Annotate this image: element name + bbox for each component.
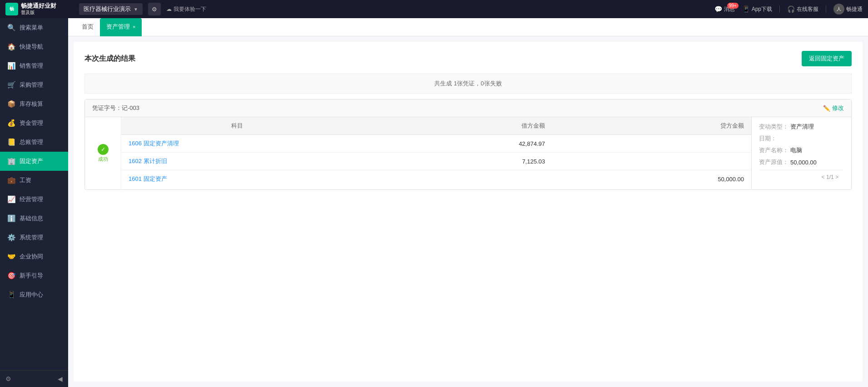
table-row: 1601 固定资产 50,000.00 xyxy=(121,170,751,188)
sidebar-collapse-button[interactable]: ◀ xyxy=(58,375,63,382)
app-download-button[interactable]: 📱 App下载 xyxy=(742,5,772,13)
pagination-next[interactable]: > xyxy=(835,174,838,180)
pagination-prev[interactable]: < xyxy=(822,174,825,180)
payroll-icon: 💼 xyxy=(7,176,16,184)
search-icon: 🔍 xyxy=(7,24,16,32)
row1-subject: 1606 固定资产清理 xyxy=(121,135,353,153)
sidebar-item-basic-info[interactable]: ℹ️ 基础信息 xyxy=(0,209,68,228)
experience-button[interactable]: ☁ 我要体验一下 xyxy=(166,5,206,13)
sidebar-item-app-center[interactable]: 📱 应用中心 xyxy=(0,285,68,304)
sidebar-item-payroll[interactable]: 💼 工资 xyxy=(0,171,68,190)
voucher-edit-button[interactable]: ✏️ 修改 xyxy=(823,104,844,112)
change-type-value: 资产清理 xyxy=(790,123,814,131)
app-download-label: App下载 xyxy=(752,5,772,13)
page-header: 本次生成的结果 返回固定资产 xyxy=(84,51,852,66)
sidebar-item-sales[interactable]: 📊 销售管理 xyxy=(0,56,68,75)
sidebar-item-label: 经营管理 xyxy=(20,195,43,203)
tab-home[interactable]: 首页 xyxy=(75,18,100,36)
summary-text: 共生成 1张凭证，0张失败 xyxy=(434,80,501,87)
sidebar-item-ledger[interactable]: 📒 总账管理 xyxy=(0,133,68,152)
header-middle: 医疗器械行业演示 ▼ ⚙ ☁ 我要体验一下 xyxy=(74,3,714,15)
sidebar-item-purchase[interactable]: 🛒 采购管理 xyxy=(0,75,68,94)
col-subject: 科目 xyxy=(121,117,353,135)
sidebar-item-search[interactable]: 🔍 搜索菜单 xyxy=(0,18,68,37)
settings-button[interactable]: ⚙ xyxy=(148,3,161,15)
sidebar-item-fixed-assets[interactable]: 🏢 固定资产 xyxy=(0,152,68,171)
tab-asset-mgmt-label: 资产管理 xyxy=(106,23,130,31)
voucher-table-wrapper: 科目 借方金额 贷方金额 1606 固定资产清理 42,874.97 xyxy=(121,117,751,189)
sidebar-item-label: 资金管理 xyxy=(20,119,43,127)
info-change-type: 变动类型： 资产清理 xyxy=(759,123,844,131)
sales-icon: 📊 xyxy=(7,62,16,70)
sidebar-item-label: 总账管理 xyxy=(20,138,43,146)
main-layout: 🔍 搜索菜单 🏠 快捷导航 📊 销售管理 🛒 采购管理 📦 库存核算 💰 资金管… xyxy=(0,18,868,387)
sidebar-item-label: 库存核算 xyxy=(20,100,43,108)
message-button[interactable]: 💬 消息 99+ xyxy=(714,5,735,13)
cloud-icon: ☁ xyxy=(166,6,172,12)
sidebar-item-collaboration[interactable]: 🤝 企业协同 xyxy=(0,247,68,266)
voucher-right-panel: 变动类型： 资产清理 日期： 资产名称： 电脑 资产原值： xyxy=(751,117,851,189)
company-selector[interactable]: 医疗器械行业演示 ▼ xyxy=(79,3,143,15)
row1-credit xyxy=(552,135,751,153)
pagination-info: 1/1 xyxy=(826,174,835,180)
row2-debit: 7,125.03 xyxy=(353,153,552,170)
summary-row: 共生成 1张凭证，0张失败 xyxy=(84,74,852,94)
table-row: 1602 累计折旧 7,125.03 xyxy=(121,153,751,170)
company-name: 医疗器械行业演示 xyxy=(84,5,131,13)
tab-close-icon[interactable]: × xyxy=(133,24,135,30)
sidebar-item-label: 工资 xyxy=(20,176,31,184)
download-icon: 📱 xyxy=(742,5,750,13)
logo-name: 畅捷通好业财 xyxy=(21,2,56,10)
logo-area: 畅 畅捷通好业财 普及版 xyxy=(5,2,74,16)
info-date: 日期： xyxy=(759,134,844,143)
edit-icon: ✏️ xyxy=(823,105,830,112)
sidebar-item-label: 销售管理 xyxy=(20,62,43,70)
voucher-body: ✓ 成功 科目 借方金额 贷方金额 xyxy=(85,117,851,189)
sidebar-item-guide[interactable]: 🎯 新手引导 xyxy=(0,266,68,285)
guide-icon: 🎯 xyxy=(7,272,16,280)
purchase-icon: 🛒 xyxy=(7,81,16,89)
success-area: ✓ 成功 xyxy=(85,117,121,189)
tab-bar: 首页 资产管理 × xyxy=(68,18,868,36)
sidebar-item-label: 基础信息 xyxy=(20,214,43,223)
col-credit: 贷方金额 xyxy=(552,117,751,135)
sidebar: 🔍 搜索菜单 🏠 快捷导航 📊 销售管理 🛒 采购管理 📦 库存核算 💰 资金管… xyxy=(0,18,68,387)
sidebar-item-label: 应用中心 xyxy=(20,291,43,299)
asset-name-value: 电脑 xyxy=(790,146,802,154)
col-debit: 借方金额 xyxy=(353,117,552,135)
header-divider-2 xyxy=(826,5,826,13)
system-icon: ⚙️ xyxy=(7,233,16,242)
return-button[interactable]: 返回固定资产 xyxy=(802,51,852,66)
row2-credit xyxy=(552,153,751,170)
sidebar-item-inventory[interactable]: 📦 库存核算 xyxy=(0,94,68,114)
top-header: 畅 畅捷通好业财 普及版 医疗器械行业演示 ▼ ⚙ ☁ 我要体验一下 💬 消息 … xyxy=(0,0,868,18)
message-badge: 99+ xyxy=(727,3,739,9)
customer-service-label: 在线客服 xyxy=(797,5,818,13)
sidebar-settings-icon[interactable]: ⚙ xyxy=(5,375,11,382)
sidebar-item-fund[interactable]: 💰 资金管理 xyxy=(0,114,68,133)
sidebar-item-system[interactable]: ⚙️ 系统管理 xyxy=(0,228,68,247)
tab-asset-mgmt[interactable]: 资产管理 × xyxy=(100,18,142,36)
tab-home-label: 首页 xyxy=(82,23,94,31)
page-content: 本次生成的结果 返回固定资产 共生成 1张凭证，0张失败 凭证字号：记-003 … xyxy=(74,42,863,382)
success-icon: ✓ xyxy=(98,144,109,155)
sidebar-item-label: 企业协同 xyxy=(20,253,43,261)
row2-subject: 1602 累计折旧 xyxy=(121,153,353,170)
inventory-icon: 📦 xyxy=(7,100,16,108)
info-original-value: 资产原值： 50,000.00 xyxy=(759,158,844,166)
content-area: 首页 资产管理 × 本次生成的结果 返回固定资产 共生成 1张凭证，0张失败 xyxy=(68,18,868,387)
sidebar-item-label: 快捷导航 xyxy=(20,43,43,51)
row3-credit: 50,000.00 xyxy=(552,170,751,188)
sidebar-item-operations[interactable]: 📈 经营管理 xyxy=(0,190,68,209)
sidebar-item-quick-nav[interactable]: 🏠 快捷导航 xyxy=(0,37,68,56)
user-info[interactable]: 人 畅捷通 xyxy=(833,4,863,15)
row3-subject: 1601 固定资产 xyxy=(121,170,353,188)
customer-service-button[interactable]: 🎧 在线客服 xyxy=(787,5,818,13)
header-right: 💬 消息 99+ 📱 App下载 🎧 在线客服 人 畅捷通 xyxy=(714,4,863,15)
change-type-label: 变动类型： xyxy=(759,123,789,131)
fund-icon: 💰 xyxy=(7,119,16,127)
edit-label: 修改 xyxy=(832,104,844,112)
operations-icon: 📈 xyxy=(7,195,16,203)
app-center-icon: 📱 xyxy=(7,291,16,299)
voucher-table: 科目 借方金额 贷方金额 1606 固定资产清理 42,874.97 xyxy=(121,117,751,188)
